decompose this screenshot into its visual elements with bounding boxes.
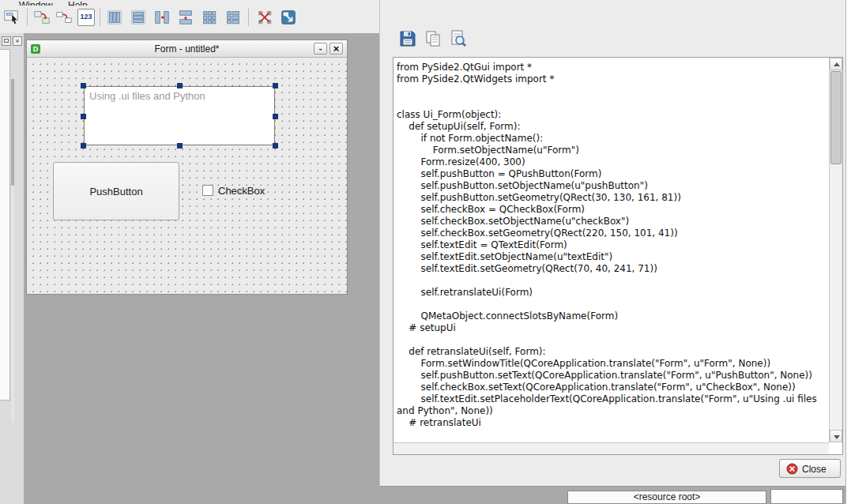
edit-tab-order-button[interactable]: 123 — [76, 7, 96, 28]
form-canvas[interactable]: Using .ui files and Python PushButton Ch… — [27, 58, 347, 294]
code-line: Form.setObjectName(u"Form") — [397, 145, 826, 156]
code-line: self.pushButton.setText(QCoreApplication… — [397, 370, 826, 382]
code-line: class Ui_Form(object): — [397, 109, 826, 121]
code-line: self.checkBox.setGeometry(QRect(220, 150… — [397, 228, 826, 239]
code-line: self.retranslateUi(Form) — [397, 287, 826, 299]
layout-split-vertical-icon — [177, 9, 194, 26]
layout-vertically-icon — [130, 9, 147, 26]
checkbox-label: CheckBox — [218, 185, 265, 197]
resource-root-item[interactable]: <resource root> — [567, 491, 766, 504]
code-line: self.textEdit = QTextEdit(Form) — [397, 239, 826, 251]
code-line: Form.setWindowTitle(QCoreApplication.tra… — [397, 358, 826, 370]
scroll-down-icon[interactable] — [830, 430, 842, 442]
menu-help[interactable]: Help — [68, 0, 88, 6]
widget-box-scrollbar[interactable] — [11, 79, 14, 423]
pushbutton-widget[interactable]: PushButton — [53, 162, 179, 220]
selection-handle-sw[interactable] — [81, 143, 86, 149]
layout-form-icon — [224, 9, 242, 26]
selection-handle-ne[interactable] — [273, 83, 278, 88]
selection-handle-nw[interactable] — [81, 83, 86, 88]
code-line: self.pushButton.setObjectName(u"pushButt… — [397, 180, 826, 192]
layout-horizontally-button[interactable] — [104, 7, 125, 28]
edit-buddies-button[interactable] — [54, 7, 74, 28]
selection-handle-w[interactable] — [81, 114, 86, 119]
code-line: def retranslateUi(self, Form): — [397, 346, 826, 358]
dock-float-icon[interactable] — [2, 36, 11, 46]
edit-buddies-icon — [55, 9, 73, 26]
copy-button[interactable] — [423, 28, 443, 49]
toolbar-separator — [248, 9, 249, 26]
edit-widgets-button[interactable] — [2, 7, 22, 28]
layout-vertically-button[interactable] — [128, 7, 149, 28]
layout-grid-button[interactable] — [199, 7, 220, 28]
copy-icon — [424, 29, 442, 48]
toolbar: 123 — [0, 6, 379, 30]
menu-window[interactable]: Window — [19, 0, 53, 6]
form-window-title: Form - untitled* — [27, 43, 347, 55]
code-line: self.textEdit.setPlaceholderText(QCoreAp… — [397, 393, 826, 405]
layout-horizontally-icon — [106, 9, 123, 26]
minimize-button[interactable]: - — [314, 43, 327, 55]
code-preview-dialog: from PySide2.QtGui import *from PySide2.… — [379, 0, 851, 487]
code-line: self.pushButton = QPushButton(Form) — [397, 168, 826, 180]
widget-box-list[interactable] — [0, 49, 10, 401]
tab-order-icon: 123 — [77, 9, 95, 26]
code-line: and Python", None)) — [397, 405, 826, 417]
close-icon — [786, 463, 798, 475]
toolbar-separator — [100, 9, 100, 26]
close-button-label: Close — [802, 464, 827, 475]
selection-handle-n[interactable] — [177, 83, 183, 88]
code-line: if not Form.objectName(): — [397, 133, 826, 145]
layout-split-horizontal-button[interactable] — [152, 7, 172, 28]
code-line: Form.resize(400, 300) — [397, 156, 826, 168]
textedit-widget[interactable]: Using .ui files and Python — [84, 86, 275, 145]
code-line — [397, 334, 826, 346]
edit-signals-slots-button[interactable] — [32, 7, 52, 28]
code-line: from PySide2.QtWidgets import * — [397, 73, 826, 85]
dock-close-icon[interactable]: × — [13, 36, 22, 46]
code-line: self.checkBox = QCheckBox(Form) — [397, 204, 826, 216]
textedit-frame[interactable]: Using .ui files and Python — [84, 86, 275, 145]
code-line: self.textEdit.setGeometry(QRect(70, 40, … — [397, 263, 826, 275]
layout-form-button[interactable] — [223, 7, 243, 28]
save-icon — [398, 29, 417, 48]
code-line — [397, 275, 826, 287]
widget-box-scrollbar-thumb[interactable] — [11, 79, 14, 186]
code-line: self.checkBox.setText(QCoreApplication.t… — [397, 382, 826, 393]
layout-split-horizontal-icon — [153, 9, 171, 26]
scrollbar-thumb[interactable] — [830, 71, 842, 164]
break-layout-icon — [256, 9, 273, 26]
code-line: def setupUi(self, Form): — [397, 121, 826, 133]
selection-handle-e[interactable] — [273, 114, 278, 119]
code-content[interactable]: from PySide2.QtGui import *from PySide2.… — [393, 58, 829, 442]
code-viewer[interactable]: from PySide2.QtGui import *from PySide2.… — [393, 57, 843, 455]
find-icon — [449, 29, 468, 48]
widget-box-dock: × — [0, 33, 24, 504]
adjust-size-button[interactable] — [278, 7, 299, 28]
code-line: self.pushButton.setGeometry(QRect(30, 13… — [397, 192, 826, 204]
save-button[interactable] — [397, 28, 418, 49]
resource-side-panel — [770, 489, 843, 504]
edit-signals-slots-icon — [33, 9, 51, 26]
scroll-up-icon[interactable] — [830, 58, 842, 70]
code-vertical-scrollbar[interactable] — [829, 58, 842, 442]
close-window-button[interactable]: × — [329, 43, 343, 55]
form-titlebar[interactable]: D Form - untitled* - × — [27, 40, 347, 58]
code-line — [397, 97, 826, 109]
adjust-size-icon — [280, 9, 297, 26]
code-line: # setupUi — [397, 322, 826, 334]
code-line: # retranslateUi — [397, 417, 826, 429]
screen-right-edge — [845, 0, 851, 504]
close-button[interactable]: Close — [779, 459, 841, 478]
find-button[interactable] — [448, 28, 469, 49]
code-horizontal-scrollbar[interactable] — [393, 442, 829, 454]
checkbox-indicator[interactable] — [202, 185, 213, 196]
break-layout-button[interactable] — [254, 7, 275, 28]
tab-order-icon-text: 123 — [78, 13, 94, 21]
selection-handle-se[interactable] — [273, 143, 278, 149]
textedit-placeholder: Using .ui files and Python — [85, 87, 274, 105]
selection-handle-s[interactable] — [177, 143, 183, 149]
top-bar: Window Help — [0, 0, 379, 33]
layout-split-vertical-button[interactable] — [175, 7, 196, 28]
designer-form-window: D Form - untitled* - × Using .ui files a… — [26, 39, 348, 295]
